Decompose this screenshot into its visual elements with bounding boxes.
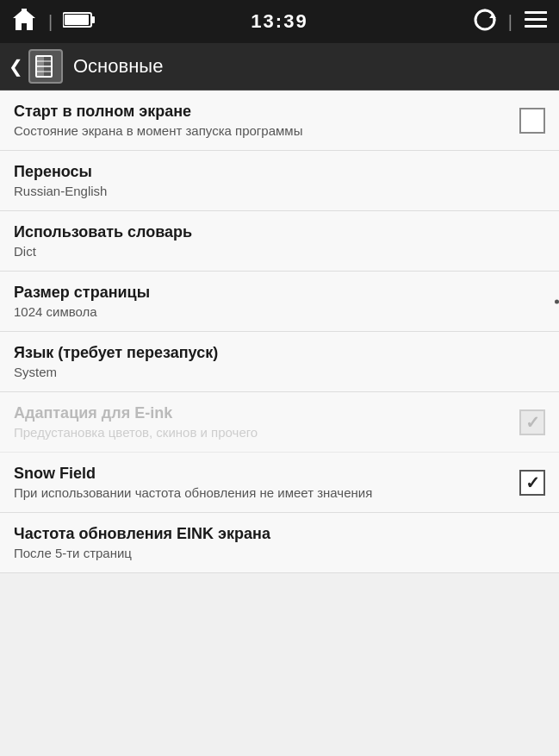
status-time: 13:39: [251, 10, 307, 33]
svg-rect-10: [535, 25, 547, 28]
status-right: |: [472, 7, 549, 36]
svg-rect-3: [65, 15, 89, 25]
settings-header: ❮ Основные: [0, 43, 559, 91]
battery-icon: [63, 11, 96, 32]
settings-item-fullscreen[interactable]: Старт в полном экране Состояние экрана в…: [0, 91, 559, 151]
settings-item-pagesize[interactable]: Размер страницы 1024 символа: [0, 272, 559, 332]
svg-rect-2: [91, 16, 95, 23]
fullscreen-checkbox[interactable]: [519, 108, 545, 134]
dot-indicator: [555, 299, 559, 303]
divider-1: |: [48, 12, 53, 32]
svg-rect-0: [22, 9, 27, 15]
snowfield-sub: При использовании частота обновления не …: [14, 485, 511, 500]
header-title: Основные: [73, 55, 163, 78]
svg-rect-8: [535, 11, 547, 14]
status-bar: | 13:39 |: [0, 0, 559, 43]
fullscreen-sub: Состояние экрана в момент запуска програ…: [14, 123, 511, 138]
settings-item-snowfield[interactable]: Snow Field При использовании частота обн…: [0, 453, 559, 513]
menu-icon[interactable]: [523, 7, 549, 36]
settings-item-hyphenation[interactable]: Переносы Russian-English: [0, 151, 559, 211]
settings-list: Старт в полном экране Состояние экрана в…: [0, 91, 559, 573]
dictionary-label: Использовать словарь: [14, 223, 545, 241]
settings-item-einkrefresh[interactable]: Частота обновления EINK экрана После 5-т…: [0, 513, 559, 573]
status-left: |: [10, 6, 96, 37]
hyphenation-sub: Russian-English: [14, 184, 545, 198]
dictionary-sub: Dict: [14, 244, 545, 259]
eink-sub: Предустановка цветов, скинов и прочего: [14, 425, 511, 440]
hyphenation-label: Переносы: [14, 163, 545, 181]
snowfield-checkbox[interactable]: [519, 470, 545, 496]
home-icon: [10, 6, 38, 37]
pagesize-sub: 1024 символа: [14, 304, 545, 319]
fullscreen-label: Старт в полном экране: [14, 103, 511, 121]
settings-item-dictionary[interactable]: Использовать словарь Dict: [0, 211, 559, 272]
pagesize-label: Размер страницы: [14, 284, 545, 302]
settings-item-eink: Адаптация для E-ink Предустановка цветов…: [0, 392, 559, 453]
eink-checkbox: [519, 409, 545, 435]
language-label: Язык (требует перезапуск): [14, 344, 545, 362]
einkrefresh-sub: После 5-ти страниц: [14, 546, 545, 560]
einkrefresh-label: Частота обновления EINK экрана: [14, 525, 545, 543]
refresh-icon[interactable]: [472, 7, 498, 36]
svg-rect-9: [535, 18, 547, 21]
settings-item-language[interactable]: Язык (требует перезапуск) System: [0, 332, 559, 392]
snowfield-label: Snow Field: [14, 465, 511, 483]
language-sub: System: [14, 365, 545, 379]
eink-label: Адаптация для E-ink: [14, 404, 511, 422]
back-button[interactable]: ❮: [9, 56, 23, 77]
book-icon: [28, 49, 63, 84]
divider-2: |: [508, 12, 512, 32]
svg-marker-4: [489, 14, 496, 18]
